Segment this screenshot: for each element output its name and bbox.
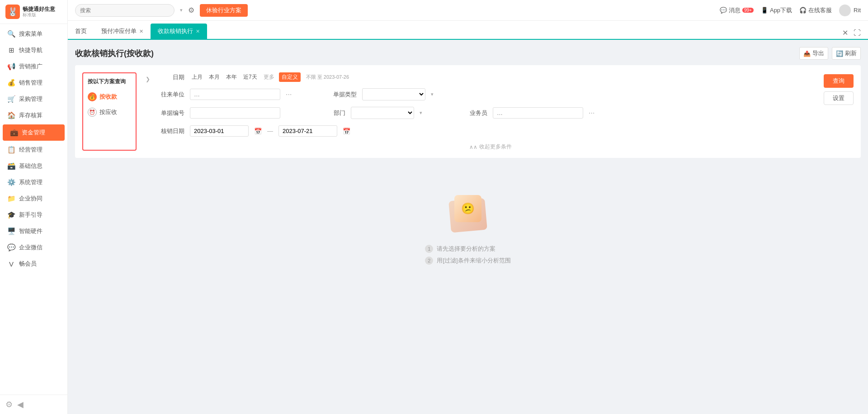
partner-input[interactable]: [190, 89, 280, 100]
message-action[interactable]: 💬 消息 99+: [720, 6, 754, 14]
date-this-month-btn[interactable]: 本月: [207, 72, 222, 82]
sidebar-icon-system: ⚙️: [7, 178, 15, 186]
app-download-action[interactable]: 📱 App下载: [761, 6, 792, 14]
sidebar-item-smart-hardware[interactable]: 🖥️智能硬件: [0, 223, 67, 239]
filter-sidebar-collapse-icon[interactable]: ❯: [144, 76, 152, 82]
doc-type-select[interactable]: [362, 88, 425, 100]
tab-prepay-close-icon[interactable]: ✕: [139, 29, 143, 34]
sidebar-item-system[interactable]: ⚙️系统管理: [0, 174, 67, 190]
message-icon: 💬: [720, 7, 727, 14]
filter-option-by-receipt[interactable]: 💰 按收款: [83, 89, 136, 105]
filter-form: 日期 上月 本月 本年 近7天 更多 自定义 不限 至 2023-07-26: [157, 72, 854, 151]
sidebar-label-vip-member: 畅会员: [19, 260, 37, 268]
filter-option-by-receivable[interactable]: ⏰ 按应收: [83, 105, 136, 120]
query-button[interactable]: 查询: [824, 74, 854, 88]
tab-bar-actions: ✕ ⛶: [835, 27, 868, 39]
writeoff-date-label: 核销日期: [157, 127, 184, 135]
header-gear-icon[interactable]: ⚙: [188, 6, 194, 14]
sidebar-icon-vip-member: V: [7, 260, 15, 268]
date-last-7days-btn[interactable]: 近7天: [241, 72, 259, 82]
collapse-more-label: 收起更多条件: [479, 143, 512, 151]
sidebar-label-smart-hardware: 智能硬件: [19, 227, 42, 235]
sidebar-item-marketing[interactable]: 📢营销推广: [0, 58, 67, 75]
filter-row-partner-doctype: 往来单位 ··· 单据类型 ▾: [157, 88, 824, 100]
sidebar-item-finance[interactable]: 💼资金管理: [3, 124, 65, 141]
filter-settings-button[interactable]: 设置: [824, 91, 854, 105]
tab-receivable-offset[interactable]: 收款核销执行 ✕: [151, 24, 207, 40]
sidebar-item-purchase[interactable]: 🛒采购管理: [0, 91, 67, 107]
tab-receivable-close-icon[interactable]: ✕: [196, 29, 200, 34]
doc-type-label: 单据类型: [330, 90, 357, 99]
sidebar-item-basic-info[interactable]: 🗃️基础信息: [0, 158, 67, 174]
tab-close-all-icon[interactable]: ✕: [840, 27, 850, 39]
hint-text-2: 用[过滤]条件来缩小分析范围: [437, 257, 510, 265]
partner-dots-icon[interactable]: ···: [286, 90, 292, 99]
writeoff-date-start-calendar-icon[interactable]: 📅: [254, 128, 262, 135]
tab-home[interactable]: 首页: [68, 24, 94, 40]
date-quick-group: 上月 本月 本年 近7天 更多 自定义: [190, 72, 301, 82]
sidebar-item-vip-member[interactable]: V畅会员: [0, 256, 67, 272]
receivable-icon: ⏰: [88, 108, 97, 117]
tab-expand-icon[interactable]: ⛶: [852, 27, 863, 39]
settings-icon[interactable]: ⚙: [5, 400, 13, 409]
online-service-action[interactable]: 🎧 在线客服: [799, 6, 832, 14]
doc-no-input[interactable]: [190, 107, 280, 119]
sidebar-label-inventory: 库存核算: [19, 111, 42, 119]
sidebar-item-new-guide[interactable]: 🎓新手引导: [0, 207, 67, 223]
empty-hints: 1 请先选择要分析的方案 2 用[过滤]条件来缩小分析范围: [425, 245, 510, 268]
sidebar-item-inventory[interactable]: 🏠库存核算: [0, 107, 67, 124]
date-label: 日期: [157, 73, 184, 81]
writeoff-date-end-input[interactable]: [278, 125, 337, 137]
page-header: 收款核销执行(按收款) 📤 导出 🔄 刷新: [75, 47, 861, 60]
writeoff-date-start-input[interactable]: [190, 125, 249, 137]
message-badge: 99+: [742, 8, 754, 13]
sidebar-icon-smart-hardware: 🖥️: [7, 227, 15, 235]
search-input[interactable]: [75, 4, 175, 17]
refresh-button[interactable]: 🔄 刷新: [832, 47, 861, 60]
writeoff-date-end-calendar-icon[interactable]: 📅: [343, 128, 350, 135]
tab-prepay-offset[interactable]: 预付冲应付单 ✕: [94, 24, 151, 40]
user-name: Rit: [854, 7, 861, 14]
export-button[interactable]: 📤 导出: [799, 47, 828, 60]
page-title: 收款核销执行(按收款): [75, 48, 154, 59]
user-block[interactable]: Rit: [839, 5, 861, 16]
staff-dots-icon[interactable]: ···: [589, 109, 594, 117]
header-dropdown-icon[interactable]: ▾: [180, 7, 183, 13]
date-this-year-btn[interactable]: 本年: [224, 72, 239, 82]
collapse-more-btn[interactable]: ∧∧ 收起更多条件: [157, 143, 824, 151]
filter-sidebar: 按以下方案查询 💰 按收款 ⏰ 按应收: [82, 72, 137, 151]
date-custom-btn[interactable]: 自定义: [279, 72, 301, 82]
header-actions: 💬 消息 99+ 📱 App下载 🎧 在线客服 Rit: [720, 5, 861, 16]
sidebar-item-quick-nav[interactable]: ⊞快捷导航: [0, 42, 67, 58]
sidebar-icon-search-menu: 🔍: [7, 30, 15, 38]
receipt-icon: 💰: [88, 92, 97, 101]
staff-input[interactable]: [493, 107, 583, 119]
date-last-month-btn[interactable]: 上月: [190, 72, 204, 82]
filter-row-date: 日期 上月 本月 本年 近7天 更多 自定义 不限 至 2023-07-26: [157, 72, 824, 82]
sidebar-item-search-menu[interactable]: 🔍搜索菜单: [0, 26, 67, 42]
filter-row-docno-dept-staff: 单据编号 部门 ▾ 业务员 ···: [157, 107, 824, 119]
dept-dropdown-icon: ▾: [420, 110, 422, 116]
sidebar-label-purchase: 采购管理: [19, 95, 42, 103]
sidebar-item-sales[interactable]: 💰销售管理: [0, 75, 67, 91]
date-more-btn[interactable]: 更多: [262, 72, 276, 82]
service-icon: 🎧: [799, 7, 807, 14]
dept-select[interactable]: [351, 107, 414, 119]
app-download-label: App下载: [770, 6, 792, 14]
sidebar-item-enterprise-coop[interactable]: 📁企业协同: [0, 190, 67, 207]
empty-state: 😕 1 请先选择要分析的方案 2 用[过滤]条件来缩小分析范围: [75, 163, 861, 295]
tab-prepay-label: 预付冲应付单: [101, 27, 137, 35]
industry-solution-button[interactable]: 休验行业方案: [200, 4, 248, 17]
sidebar-icon-finance: 💼: [10, 128, 18, 137]
staff-label: 业务员: [460, 109, 487, 117]
sidebar-collapse-icon[interactable]: ◀: [17, 400, 24, 409]
sidebar-icon-enterprise-wechat: 💬: [7, 243, 15, 252]
sidebar-item-operations[interactable]: 📋经营管理: [0, 142, 67, 158]
logo-sub-text: 标准版: [23, 12, 55, 18]
tab-home-label: 首页: [75, 27, 87, 35]
sidebar-label-sales: 销售管理: [19, 79, 42, 87]
sidebar-icon-quick-nav: ⊞: [7, 46, 15, 54]
doc-no-label: 单据编号: [157, 109, 184, 117]
export-label: 导出: [812, 49, 824, 57]
sidebar-item-enterprise-wechat[interactable]: 💬企业微信: [0, 239, 67, 256]
